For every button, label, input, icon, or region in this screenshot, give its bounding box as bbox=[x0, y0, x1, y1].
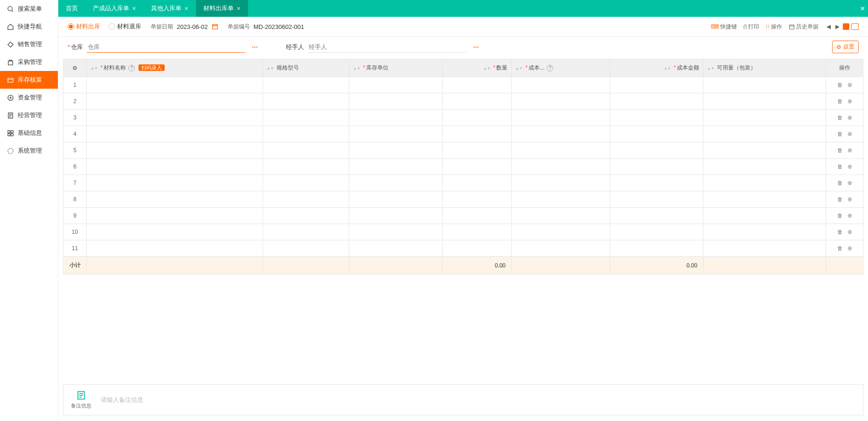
cell-spec[interactable] bbox=[263, 142, 349, 159]
sidebar-item-quicknav[interactable]: 快捷导航 bbox=[0, 18, 58, 35]
sidebar-item-inventory[interactable]: 库存核算 bbox=[0, 71, 58, 89]
table-row[interactable]: 3🗑⊕ bbox=[63, 110, 863, 126]
delete-icon[interactable]: 🗑 bbox=[837, 180, 843, 186]
nav-next-icon[interactable]: ▶ bbox=[834, 23, 841, 30]
add-row-icon[interactable]: ⊕ bbox=[847, 131, 852, 137]
sidebar-item-sales[interactable]: 销售管理 bbox=[0, 35, 58, 53]
delete-icon[interactable]: 🗑 bbox=[837, 212, 843, 219]
nav-prev-icon[interactable]: ◀ bbox=[825, 23, 832, 30]
cell-available[interactable] bbox=[703, 77, 826, 93]
calendar-icon[interactable] bbox=[212, 23, 218, 30]
delete-icon[interactable]: 🗑 bbox=[837, 147, 843, 154]
cell-cost-amount[interactable] bbox=[610, 93, 703, 110]
close-icon[interactable]: ✕ bbox=[236, 6, 241, 12]
table-row[interactable]: 6🗑⊕ bbox=[63, 159, 863, 175]
scan-tag[interactable]: 扫码录入 bbox=[139, 64, 165, 71]
cell-qty[interactable] bbox=[442, 191, 511, 208]
add-row-icon[interactable]: ⊕ bbox=[847, 98, 852, 105]
print-button[interactable]: ⎙ 打印 bbox=[743, 23, 759, 31]
cell-cost-amount[interactable] bbox=[610, 142, 703, 159]
table-row[interactable]: 5🗑⊕ bbox=[63, 142, 863, 159]
th-available[interactable]: ▲▼ 可用量（包装） bbox=[703, 59, 826, 77]
cell-unit[interactable] bbox=[349, 126, 443, 142]
cell-cost-amount[interactable] bbox=[610, 126, 703, 142]
cell-cost[interactable] bbox=[512, 208, 610, 224]
th-material-name[interactable]: ▲▼ *材料名称 ? 扫码录入 bbox=[87, 59, 263, 77]
sidebar-item-funds[interactable]: 资金管理 bbox=[0, 89, 58, 106]
tab-finished-in[interactable]: 产成品入库单 ✕ bbox=[85, 0, 144, 17]
cell-cost[interactable] bbox=[512, 191, 610, 208]
th-qty[interactable]: ▲▼ *数量 bbox=[442, 59, 511, 77]
add-row-icon[interactable]: ⊕ bbox=[847, 196, 852, 203]
cell-material[interactable] bbox=[87, 191, 263, 208]
nav-stop-icon[interactable] bbox=[843, 23, 849, 30]
cell-unit[interactable] bbox=[349, 159, 443, 175]
cell-material[interactable] bbox=[87, 208, 263, 224]
cell-available[interactable] bbox=[703, 240, 826, 257]
cell-spec[interactable] bbox=[263, 191, 349, 208]
cell-cost[interactable] bbox=[512, 126, 610, 142]
th-gear[interactable]: ⚙ bbox=[63, 59, 87, 77]
cell-cost[interactable] bbox=[512, 159, 610, 175]
table-row[interactable]: 2🗑⊕ bbox=[63, 93, 863, 110]
table-row[interactable]: 9🗑⊕ bbox=[63, 208, 863, 224]
cell-spec[interactable] bbox=[263, 110, 349, 126]
cell-unit[interactable] bbox=[349, 240, 443, 257]
settings-button[interactable]: ⚙ 设置 bbox=[832, 41, 859, 53]
history-button[interactable]: 历史单据 bbox=[789, 23, 819, 31]
help-icon[interactable]: ? bbox=[128, 65, 135, 71]
cell-qty[interactable] bbox=[442, 77, 511, 93]
remarks-input[interactable] bbox=[101, 396, 855, 403]
cell-unit[interactable] bbox=[349, 191, 443, 208]
more-icon[interactable]: ⋯ bbox=[252, 43, 258, 50]
th-unit[interactable]: ▲▼ *库存单位 bbox=[349, 59, 443, 77]
cell-spec[interactable] bbox=[263, 93, 349, 110]
cell-material[interactable] bbox=[87, 142, 263, 159]
cell-material[interactable] bbox=[87, 126, 263, 142]
delete-icon[interactable]: 🗑 bbox=[837, 163, 843, 170]
sort-icon[interactable]: ▲▼ bbox=[90, 67, 98, 70]
delete-icon[interactable]: 🗑 bbox=[837, 82, 843, 88]
cell-cost-amount[interactable] bbox=[610, 191, 703, 208]
cell-available[interactable] bbox=[703, 110, 826, 126]
cell-material[interactable] bbox=[87, 77, 263, 93]
cell-spec[interactable] bbox=[263, 175, 349, 191]
add-row-icon[interactable]: ⊕ bbox=[847, 180, 852, 186]
field-value[interactable]: 2023-06-02 bbox=[177, 23, 208, 30]
cell-spec[interactable] bbox=[263, 159, 349, 175]
cell-qty[interactable] bbox=[442, 224, 511, 240]
cell-available[interactable] bbox=[703, 93, 826, 110]
cell-cost[interactable] bbox=[512, 142, 610, 159]
sidebar-item-purchase[interactable]: 采购管理 bbox=[0, 53, 58, 71]
operate-button[interactable]: ⁝⁝ 操作 bbox=[766, 23, 782, 31]
add-row-icon[interactable]: ⊕ bbox=[847, 212, 852, 219]
radio-material-out[interactable]: 材料出库 bbox=[68, 22, 100, 31]
cell-qty[interactable] bbox=[442, 126, 511, 142]
sort-icon[interactable]: ▲▼ bbox=[267, 67, 274, 70]
cell-qty[interactable] bbox=[442, 208, 511, 224]
add-row-icon[interactable]: ⊕ bbox=[847, 147, 852, 154]
cell-unit[interactable] bbox=[349, 175, 443, 191]
cell-cost[interactable] bbox=[512, 93, 610, 110]
cell-available[interactable] bbox=[703, 126, 826, 142]
cell-material[interactable] bbox=[87, 240, 263, 257]
cell-cost-amount[interactable] bbox=[610, 159, 703, 175]
sidebar-item-system[interactable]: 系统管理 bbox=[0, 142, 58, 160]
table-row[interactable]: 4🗑⊕ bbox=[63, 126, 863, 142]
cell-material[interactable] bbox=[87, 93, 263, 110]
cell-cost-amount[interactable] bbox=[610, 208, 703, 224]
cell-unit[interactable] bbox=[349, 93, 443, 110]
cell-qty[interactable] bbox=[442, 142, 511, 159]
cell-cost[interactable] bbox=[512, 110, 610, 126]
shortcut-button[interactable]: ⌨ 快捷键 bbox=[711, 23, 737, 31]
delete-icon[interactable]: 🗑 bbox=[837, 196, 843, 203]
cell-qty[interactable] bbox=[442, 175, 511, 191]
sort-icon[interactable]: ▲▼ bbox=[515, 67, 523, 70]
cell-cost-amount[interactable] bbox=[610, 110, 703, 126]
cell-material[interactable] bbox=[87, 224, 263, 240]
table-row[interactable]: 1🗑⊕ bbox=[63, 77, 863, 93]
cell-available[interactable] bbox=[703, 191, 826, 208]
delete-icon[interactable]: 🗑 bbox=[837, 114, 843, 121]
cell-qty[interactable] bbox=[442, 159, 511, 175]
cell-cost[interactable] bbox=[512, 77, 610, 93]
